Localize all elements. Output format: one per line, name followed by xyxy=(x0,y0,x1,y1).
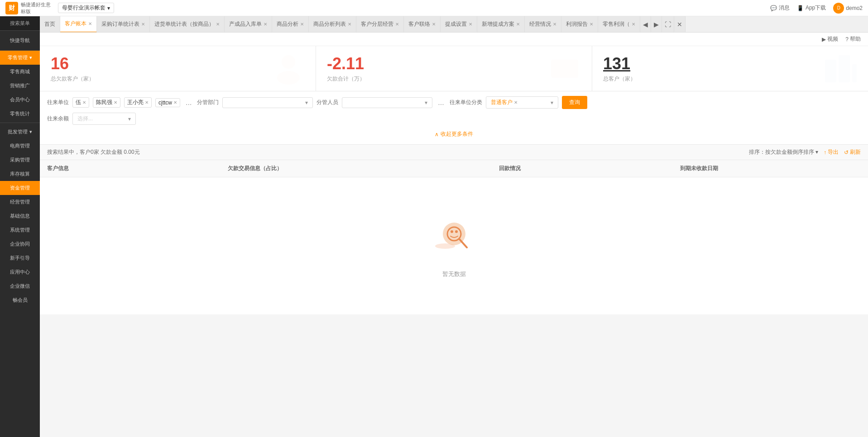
sidebar-item-quick-nav[interactable]: 快捷导航 xyxy=(0,33,40,48)
empty-state: 暂无数据 xyxy=(40,177,868,314)
table-col-repayment: 回款情况 xyxy=(499,165,680,172)
sidebar-item-retail-mgmt[interactable]: 零售管理 ▾ xyxy=(0,51,40,65)
sidebar-item-retail-stats[interactable]: 零售统计 xyxy=(0,107,40,121)
tab-close-product-analysis[interactable]: ✕ xyxy=(300,22,304,27)
tab-close-purchase-order[interactable]: ✕ xyxy=(141,22,145,27)
empty-text: 暂无数据 xyxy=(442,270,466,278)
tab-retail-profit[interactable]: 零售利润（ ✕ xyxy=(598,16,640,33)
tab-product-analysis[interactable]: 商品分析 ✕ xyxy=(272,16,309,33)
tab-nav-next[interactable]: ▶ xyxy=(651,16,662,33)
tag-cjttcw[interactable]: cjttcw ✕ xyxy=(155,98,180,107)
sidebar: 搜索菜单 快捷导航 零售管理 ▾ 零售商城 营销推广 会员中心 零售统计 批发管… xyxy=(0,16,40,437)
sidebar-item-vip-member[interactable]: 畅会员 xyxy=(0,293,40,307)
tag-close-category[interactable]: ✕ xyxy=(514,100,518,105)
tag-wu[interactable]: 伍 ✕ xyxy=(72,97,89,108)
query-button[interactable]: 查询 xyxy=(562,96,587,109)
label-balance: 往来余额 xyxy=(47,115,69,123)
sidebar-item-business-mgmt[interactable]: 经营管理 xyxy=(0,195,40,209)
tag-close-chen[interactable]: ✕ xyxy=(114,100,117,105)
category-dropdown[interactable]: 普通客户 ✕ ▾ xyxy=(486,96,558,109)
store-selector[interactable]: 母婴行业演示帐套 ▾ xyxy=(58,3,114,13)
tab-nav-prev[interactable]: ◀ xyxy=(640,16,651,33)
sidebar-item-finance-mgmt[interactable]: 资金管理 xyxy=(0,181,40,195)
tab-customer-contact[interactable]: 客户联络 ✕ xyxy=(404,16,441,33)
video-button[interactable]: ▶ 视频 xyxy=(822,35,838,43)
tab-profit-report[interactable]: 利润报告 ✕ xyxy=(561,16,598,33)
tag-close-wang[interactable]: ✕ xyxy=(145,100,149,105)
refresh-button[interactable]: ↺ 刷新 xyxy=(844,148,861,156)
tab-customer-accounts[interactable]: 客户账本 ✕ xyxy=(60,16,97,33)
tab-product-inbound[interactable]: 产成品入库单 ✕ xyxy=(225,16,272,33)
sidebar-item-new-guide[interactable]: 新手引导 xyxy=(0,251,40,265)
tag-chen[interactable]: 陈民强 ✕ xyxy=(93,97,120,108)
sidebar-item-enterprise-collab[interactable]: 企业协同 xyxy=(0,237,40,251)
result-actions: 排序：按欠款金额倒序排序 ▾ ↑ 导出 ↺ 刷新 xyxy=(749,148,861,156)
sidebar-item-ecommerce-mgmt[interactable]: 电商管理 xyxy=(0,139,40,153)
sidebar-item-wholesale-mgmt[interactable]: 批发管理 ▾ xyxy=(0,125,40,139)
tab-business-status[interactable]: 经营情况 ✕ xyxy=(525,16,561,33)
tab-close-boost-settings[interactable]: ✕ xyxy=(469,22,472,27)
tag-close-wu[interactable]: ✕ xyxy=(82,100,86,105)
table-header: 客户信息 欠款交易信息（占比） 回款情况 到期未收款日期 xyxy=(40,160,868,177)
top-actions-row: ▶ 视频 ? 帮助 xyxy=(40,33,868,46)
filter-more-units[interactable]: ... xyxy=(184,99,193,107)
person-dropdown[interactable]: ▾ xyxy=(342,97,432,108)
svg-rect-6 xyxy=(839,55,850,82)
dept-dropdown[interactable]: ▾ xyxy=(222,97,313,108)
refresh-icon: ↺ xyxy=(844,149,849,156)
balance-dropdown[interactable]: 选择... ▾ xyxy=(72,113,136,125)
logo-icon: 财 xyxy=(5,2,18,14)
svg-point-11 xyxy=(451,230,453,233)
tab-home[interactable]: 首页 xyxy=(40,16,60,33)
tab-close-product-inbound[interactable]: ✕ xyxy=(264,22,267,27)
label-category: 往来单位分类 xyxy=(450,99,482,106)
stat-bg-3 xyxy=(814,46,868,91)
sidebar-item-inventory-check[interactable]: 库存核算 xyxy=(0,167,40,181)
tab-close-business-status[interactable]: ✕ xyxy=(553,22,556,27)
message-button[interactable]: 💬 消息 xyxy=(770,4,790,12)
tab-purchase-order-stats[interactable]: 采购订单统计表 ✕ xyxy=(97,16,150,33)
tag-close-cjttcw[interactable]: ✕ xyxy=(173,100,177,105)
tab-close-customer-contact[interactable]: ✕ xyxy=(432,22,436,27)
user-menu[interactable]: D demo2 xyxy=(833,3,863,14)
top-bar-right: 💬 消息 📱 App下载 D demo2 xyxy=(770,3,863,14)
sidebar-search[interactable]: 搜索菜单 xyxy=(0,16,40,31)
sidebar-item-marketing[interactable]: 营销推广 xyxy=(0,79,40,93)
svg-rect-5 xyxy=(825,60,836,82)
tab-maximize[interactable]: ⛶ xyxy=(662,16,674,33)
collapse-button[interactable]: ∧ 收起更多条件 xyxy=(47,128,861,140)
export-button[interactable]: ↑ 导出 xyxy=(824,148,839,156)
tab-add-boost-plan[interactable]: 新增提成方案 ✕ xyxy=(477,16,525,33)
tab-close-customer-accounts[interactable]: ✕ xyxy=(88,21,92,26)
chevron-down-icon-4: ▾ xyxy=(128,116,131,122)
tag-wang[interactable]: 王小亮 ✕ xyxy=(124,97,152,108)
stat-total-debt-amount: -2.11 欠款合计（万） xyxy=(316,46,592,91)
tab-product-analysis-list[interactable]: 商品分析列表 ✕ xyxy=(309,16,356,33)
sidebar-item-retail-mall[interactable]: 零售商城 xyxy=(0,65,40,79)
tab-close-retail-profit[interactable]: ✕ xyxy=(632,22,635,27)
tab-close-inbound[interactable]: ✕ xyxy=(216,22,220,27)
label-person: 分管人员 xyxy=(317,99,338,106)
sidebar-item-basic-info[interactable]: 基础信息 xyxy=(0,209,40,223)
chevron-down-icon-sort[interactable]: ▾ xyxy=(815,149,818,155)
sidebar-item-purchase-mgmt[interactable]: 采购管理 xyxy=(0,153,40,167)
sidebar-item-system-mgmt[interactable]: 系统管理 xyxy=(0,223,40,237)
sidebar-item-enterprise-wechat[interactable]: 企业微信 xyxy=(0,279,40,293)
tab-close-customer-tier[interactable]: ✕ xyxy=(395,22,399,27)
sidebar-item-app-center[interactable]: 应用中心 xyxy=(0,265,40,279)
filter-row-2: 往来余额 选择... ▾ xyxy=(47,113,861,125)
app-download-button[interactable]: 📱 App下载 xyxy=(797,4,826,12)
tag-normal-customer[interactable]: 普通客户 ✕ xyxy=(491,99,518,106)
help-button[interactable]: ? 帮助 xyxy=(845,35,861,43)
filter-more-person[interactable]: ... xyxy=(436,99,446,107)
stat-value-all-customers[interactable]: 131 xyxy=(603,54,636,73)
chevron-down-icon: ▾ xyxy=(305,100,308,106)
tab-boost-settings[interactable]: 提成设置 ✕ xyxy=(441,16,477,33)
tab-close-add-boost-plan[interactable]: ✕ xyxy=(516,22,520,27)
tab-close-product-analysis-list[interactable]: ✕ xyxy=(348,22,351,27)
sidebar-item-member-center[interactable]: 会员中心 xyxy=(0,93,40,107)
tab-inbound-stats[interactable]: 进货单统计表（按商品） ✕ xyxy=(150,16,225,33)
tab-customer-tier[interactable]: 客户分层经营 ✕ xyxy=(356,16,404,33)
tab-close-all[interactable]: ✕ xyxy=(674,16,686,33)
tab-close-profit-report[interactable]: ✕ xyxy=(590,22,593,27)
